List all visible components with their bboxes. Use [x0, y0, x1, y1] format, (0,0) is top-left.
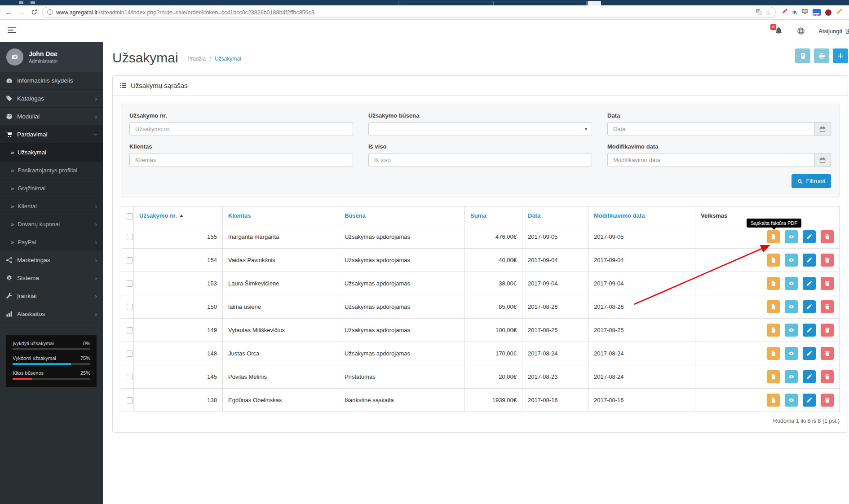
- view-button[interactable]: [785, 254, 798, 267]
- view-button[interactable]: [785, 230, 798, 243]
- delete-button[interactable]: [821, 324, 834, 337]
- sidebar-item-paypal[interactable]: » PayPal ›: [0, 233, 103, 251]
- bookmark-star-icon[interactable]: ☆: [765, 9, 771, 16]
- row-checkbox[interactable]: [127, 374, 133, 380]
- notifications-button[interactable]: 0: [774, 26, 783, 35]
- breadcrumb-home-link[interactable]: Pradžia: [187, 56, 206, 62]
- row-checkbox[interactable]: [127, 234, 133, 240]
- invoice-pdf-button[interactable]: [767, 370, 780, 383]
- invoice-pdf-button[interactable]: [767, 254, 780, 267]
- edit-button[interactable]: [803, 324, 816, 337]
- sidebar-item-recurring-profiles[interactable]: » Pasikartojantys profiliai: [0, 162, 103, 180]
- eye-icon: [788, 280, 794, 286]
- view-button[interactable]: [785, 300, 798, 313]
- row-checkbox[interactable]: [127, 257, 133, 263]
- sort-status[interactable]: Būsena: [345, 212, 366, 219]
- delete-button[interactable]: [821, 347, 834, 360]
- logout-button[interactable]: Atsijungti: [818, 28, 849, 35]
- sidebar-item-reports[interactable]: Ataskaitos ›: [0, 305, 103, 323]
- guillemet-icon: »: [11, 221, 14, 228]
- filter-button[interactable]: Filtruoti: [792, 174, 831, 188]
- invoice-pdf-button[interactable]: [767, 324, 780, 337]
- browser-tab-active[interactable]: [588, 1, 601, 5]
- sort-date-added[interactable]: Data: [528, 212, 540, 219]
- sort-order-no[interactable]: Užsakymo nr.: [139, 212, 177, 219]
- sidebar-item-tools[interactable]: Įrankiai ›: [0, 287, 103, 305]
- delete-button[interactable]: [821, 370, 834, 383]
- print-shipping-list-button[interactable]: [814, 48, 829, 63]
- forward-button[interactable]: →: [17, 9, 26, 16]
- edit-button[interactable]: [803, 277, 816, 290]
- sidebar-toggle-button[interactable]: [8, 27, 16, 34]
- view-button[interactable]: [785, 370, 798, 383]
- pencil-extension-icon[interactable]: [836, 8, 843, 17]
- sidebar-item-dashboard[interactable]: Informacinis skydelis: [0, 72, 103, 90]
- edit-button[interactable]: [803, 394, 816, 407]
- refresh-button[interactable]: [30, 9, 39, 16]
- delete-button[interactable]: [821, 300, 834, 313]
- cell-date-modified: 2017-09-05: [588, 225, 695, 248]
- row-checkbox[interactable]: [127, 351, 133, 357]
- new-badge-extension-icon[interactable]: New: [813, 9, 821, 16]
- invoice-pdf-button[interactable]: [767, 277, 780, 290]
- sort-date-modified[interactable]: Modifikavimo data: [594, 212, 645, 219]
- invoice-pdf-button[interactable]: [767, 300, 780, 313]
- view-button[interactable]: [785, 324, 798, 337]
- sidebar-item-modules[interactable]: Moduliai ›: [0, 108, 103, 126]
- address-bar[interactable]: ⓘ www.agregatai.lt/siteadmin14/index.php…: [42, 7, 776, 18]
- filter-customer-input[interactable]: [129, 153, 353, 167]
- invoice-pdf-button[interactable]: [767, 230, 780, 243]
- sidebar-item-customers[interactable]: » Klientai ›: [0, 197, 103, 215]
- delete-button[interactable]: [821, 394, 834, 407]
- filter-modified-input[interactable]: [607, 153, 815, 167]
- delete-button[interactable]: [821, 230, 834, 243]
- date-picker-button[interactable]: [815, 153, 831, 167]
- add-order-button[interactable]: +: [833, 48, 848, 63]
- sidebar-item-marketing[interactable]: Marketingas ›: [0, 251, 103, 269]
- sidebar-item-sales[interactable]: Pardavimai ›: [0, 126, 103, 144]
- back-button[interactable]: ←: [4, 9, 13, 16]
- sidebar-item-returns[interactable]: » Grąžinimai: [0, 180, 103, 197]
- row-checkbox[interactable]: [127, 280, 133, 287]
- monitor-extension-icon[interactable]: [801, 8, 808, 17]
- print-invoice-button[interactable]: [795, 48, 810, 63]
- avatar[interactable]: [6, 48, 23, 66]
- view-button[interactable]: [785, 277, 798, 290]
- table-row: 145 Povilas Mėlinis Pristatomas 20,00€ 2…: [121, 365, 840, 388]
- edit-button[interactable]: [803, 254, 816, 267]
- delete-button[interactable]: [821, 254, 834, 267]
- sidebar-item-system[interactable]: Sistema ›: [0, 269, 103, 287]
- row-checkbox[interactable]: [127, 304, 133, 310]
- eyedropper-extension-icon[interactable]: [781, 8, 788, 17]
- date-picker-button[interactable]: [815, 122, 831, 136]
- order-status-select[interactable]: ▾: [368, 122, 592, 136]
- browser-tab[interactable]: [493, 1, 587, 5]
- filter-date-input[interactable]: [607, 122, 815, 136]
- page-info-icon[interactable]: ⓘ: [47, 9, 53, 17]
- breadcrumb-current-link[interactable]: Užsakymai: [215, 56, 241, 62]
- row-checkbox[interactable]: [127, 327, 133, 333]
- language-button[interactable]: [797, 27, 805, 35]
- invoice-pdf-button[interactable]: [767, 394, 780, 407]
- delete-button[interactable]: [821, 277, 834, 290]
- sidebar-item-gift-vouchers[interactable]: » Dovanų kuponai ›: [0, 215, 103, 233]
- sort-total[interactable]: Suma: [470, 212, 486, 219]
- edit-button[interactable]: [803, 300, 816, 313]
- select-all-checkbox[interactable]: [127, 213, 133, 219]
- filter-order-no-input[interactable]: [129, 122, 353, 136]
- sidebar-item-orders[interactable]: » Užsakymai: [0, 144, 103, 162]
- invoice-pdf-button[interactable]: [767, 347, 780, 360]
- circle-extension-icon[interactable]: [825, 9, 831, 16]
- row-checkbox[interactable]: [127, 397, 133, 403]
- edit-button[interactable]: [803, 370, 816, 383]
- view-button[interactable]: [785, 394, 798, 407]
- view-button[interactable]: [785, 347, 798, 360]
- browser-tab[interactable]: [398, 1, 492, 5]
- filter-total-input[interactable]: [368, 153, 592, 167]
- sort-customer[interactable]: Klientas: [228, 212, 251, 219]
- ip-extension-icon[interactable]: IP,: [792, 10, 797, 15]
- edit-button[interactable]: [803, 347, 816, 360]
- edit-button[interactable]: [803, 230, 816, 243]
- translate-icon[interactable]: Aa: [756, 9, 762, 17]
- sidebar-item-catalog[interactable]: Katalogas ›: [0, 90, 103, 108]
